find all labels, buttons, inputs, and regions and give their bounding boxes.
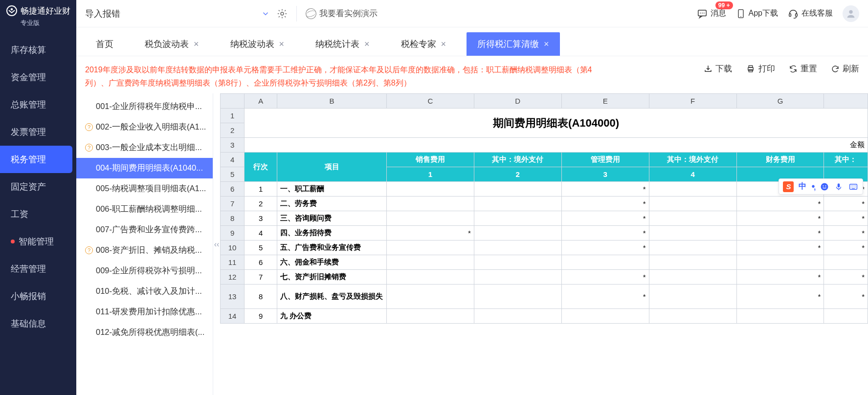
cell-data[interactable]: * <box>736 226 824 241</box>
form-item-7[interactable]: ?008-资产折旧、摊销及纳税... <box>76 240 213 261</box>
chevron-down-icon[interactable] <box>261 9 270 18</box>
download-button[interactable]: 下载 <box>704 63 732 74</box>
cell-data[interactable] <box>474 255 561 270</box>
cell-data[interactable] <box>386 285 474 309</box>
row-header-9[interactable]: 9 <box>221 226 245 241</box>
row-header-7[interactable]: 7 <box>221 197 245 211</box>
close-icon[interactable]: × <box>544 39 549 49</box>
cell-rowno[interactable]: 8 <box>245 285 277 309</box>
ime-keyboard-icon[interactable] <box>848 182 859 191</box>
tab-0[interactable]: 首页 <box>85 32 124 56</box>
sidebar-item-6[interactable]: 工资 <box>0 200 76 228</box>
cell-data[interactable] <box>649 270 736 285</box>
cell-rowno[interactable]: 3 <box>245 211 277 226</box>
form-item-2[interactable]: ?003-一般企业成本支出明细... <box>76 137 213 158</box>
cell-data[interactable] <box>649 211 736 226</box>
cell-data[interactable]: * <box>736 241 824 255</box>
cell-data[interactable]: * <box>824 285 868 309</box>
cell-data[interactable] <box>386 211 474 226</box>
sidebar-item-2[interactable]: 总账管理 <box>0 91 76 118</box>
ime-punct-icon[interactable]: •, <box>811 181 815 192</box>
col-header-B[interactable]: B <box>277 94 387 109</box>
cell-data[interactable] <box>561 255 649 270</box>
cell-data[interactable] <box>474 309 561 324</box>
row-header-6[interactable]: 6 <box>221 182 245 197</box>
row-header-12[interactable]: 12 <box>221 270 245 285</box>
close-icon[interactable]: × <box>441 39 446 49</box>
close-icon[interactable]: × <box>364 39 370 49</box>
refresh-button[interactable]: 刷新 <box>831 63 859 74</box>
form-item-9[interactable]: 010-免税、减计收入及加计... <box>76 281 213 302</box>
search-select[interactable]: 导入报错 <box>85 6 288 22</box>
tab-1[interactable]: 税负波动表× <box>134 32 210 56</box>
cell-data[interactable]: * <box>736 270 824 285</box>
sidebar-item-4[interactable]: 税务管理 <box>0 146 72 173</box>
row-header-3[interactable]: 3 <box>221 138 245 153</box>
cell-data[interactable] <box>474 197 561 211</box>
cell-data[interactable]: * <box>736 197 824 211</box>
messages-button[interactable]: 消息 99 + <box>697 8 726 19</box>
cell-item-label[interactable]: 八、财产损耗、盘亏及毁损损失 <box>277 285 387 309</box>
cell-data[interactable] <box>474 285 561 309</box>
sidebar-item-3[interactable]: 发票管理 <box>0 118 76 146</box>
cell-data[interactable]: * <box>561 226 649 241</box>
ime-toolbar[interactable]: S 中 •, <box>779 178 863 195</box>
row-header-5[interactable]: 5 <box>221 167 245 182</box>
cell-item-label[interactable]: 三、咨询顾问费 <box>277 211 387 226</box>
cell-data[interactable]: * <box>736 211 824 226</box>
sidebar-item-9[interactable]: 小畅报销 <box>0 283 76 310</box>
cell-data[interactable]: * <box>386 226 474 241</box>
cell-data[interactable] <box>474 211 561 226</box>
cell-data[interactable] <box>386 241 474 255</box>
form-item-11[interactable]: 012-减免所得税优惠明细表(... <box>76 322 213 343</box>
cell-item-label[interactable]: 四、业务招待费 <box>277 226 387 241</box>
ime-mic-icon[interactable] <box>834 182 843 192</box>
cell-data[interactable] <box>736 255 824 270</box>
cell-data[interactable]: * <box>736 285 824 309</box>
ime-lang[interactable]: 中 <box>799 181 806 192</box>
row-header-14[interactable]: 14 <box>221 309 245 324</box>
sheet-corner[interactable] <box>221 94 245 109</box>
cell-data[interactable] <box>649 182 736 197</box>
sidebar-item-0[interactable]: 库存核算 <box>0 36 76 64</box>
reset-button[interactable]: 重置 <box>789 63 817 74</box>
cell-data[interactable]: * <box>561 182 649 197</box>
cell-data[interactable] <box>474 241 561 255</box>
cell-data[interactable]: * <box>561 197 649 211</box>
sidebar-item-10[interactable]: 基础信息 <box>0 310 76 337</box>
cell-data[interactable] <box>386 255 474 270</box>
cell-item-label[interactable]: 二、劳务费 <box>277 197 387 211</box>
close-icon[interactable]: × <box>194 39 199 49</box>
cell-data[interactable] <box>649 226 736 241</box>
col-header-D[interactable]: D <box>474 94 561 109</box>
print-button[interactable]: 打印 <box>746 63 775 74</box>
form-item-6[interactable]: 007-广告费和业务宣传费跨... <box>76 219 213 240</box>
cell-data[interactable] <box>386 270 474 285</box>
cell-data[interactable]: * <box>824 197 868 211</box>
cell-data[interactable]: * <box>561 285 649 309</box>
tab-5[interactable]: 所得税汇算清缴× <box>467 32 560 56</box>
cell-rowno[interactable]: 5 <box>245 241 277 255</box>
avatar[interactable] <box>843 5 859 22</box>
row-header-4[interactable]: 4 <box>221 153 245 167</box>
cell-rowno[interactable]: 9 <box>245 309 277 324</box>
cell-data[interactable] <box>649 285 736 309</box>
cell-data[interactable] <box>824 255 868 270</box>
col-header-F[interactable]: F <box>649 94 736 109</box>
spreadsheet[interactable]: ABCDEFG1期间费用明细表(A104000)23金额4行次项目销售费用其中：… <box>220 93 868 395</box>
cell-data[interactable] <box>649 197 736 211</box>
tab-3[interactable]: 纳税统计表× <box>305 32 380 56</box>
cell-data[interactable] <box>649 309 736 324</box>
cell-rowno[interactable]: 2 <box>245 197 277 211</box>
cell-rowno[interactable]: 4 <box>245 226 277 241</box>
cell-data[interactable] <box>736 309 824 324</box>
tab-2[interactable]: 纳税波动表× <box>220 32 295 56</box>
col-header-E[interactable]: E <box>561 94 649 109</box>
cell-rowno[interactable]: 6 <box>245 255 277 270</box>
form-item-1[interactable]: ?002-一般企业收入明细表(A1... <box>76 117 213 137</box>
cell-data[interactable]: * <box>824 226 868 241</box>
form-item-4[interactable]: 005-纳税调整项目明细表(A1... <box>76 178 213 199</box>
col-header-A[interactable]: A <box>245 94 277 109</box>
row-header-13[interactable]: 13 <box>221 285 245 309</box>
cell-data[interactable]: * <box>824 241 868 255</box>
